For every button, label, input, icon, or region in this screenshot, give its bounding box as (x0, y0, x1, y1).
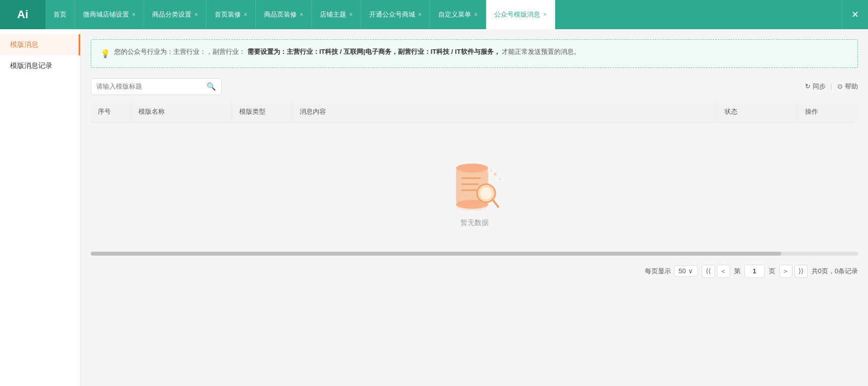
search-row: 🔍 ↻ 同步 | ⊙ 帮助 (91, 78, 858, 95)
tab-close-icon[interactable]: × (194, 11, 198, 18)
svg-point-10 (494, 173, 497, 176)
tab-close-icon[interactable]: × (349, 11, 353, 18)
close-all-tabs-button[interactable]: ✕ (842, 0, 868, 29)
sync-icon: ↻ (805, 83, 811, 90)
notice-prefix: 您的公众号行业为：主营行业：，副营行业： (114, 48, 245, 55)
page-size-select: 每页显示 50 ∨ (645, 265, 697, 277)
tab-close-icon[interactable]: × (418, 11, 422, 18)
notice-highlight: 需要设置为：主营行业：IT科技 / 互联网|电子商务，副营行业：IT科技 / I… (247, 48, 500, 55)
data-table: 序号模版名称模版类型消息内容状态操作 (91, 101, 858, 123)
empty-illustration (442, 153, 507, 218)
empty-text: 暂无数据 (460, 218, 489, 227)
nav-tab[interactable]: 店铺主题× (312, 0, 361, 29)
page-size-value: 50 (679, 267, 686, 275)
help-label: 帮助 (845, 82, 858, 91)
sync-label: 同步 (813, 82, 826, 91)
page-size-label: 每页显示 (645, 267, 671, 276)
divider: | (831, 83, 832, 90)
notice-icon: 💡 (100, 47, 110, 60)
main-content: 💡 您的公众号行业为：主营行业：，副营行业： 需要设置为：主营行业：IT科技 /… (81, 29, 868, 386)
sidebar-item[interactable]: 模版消息记录 (0, 55, 80, 76)
page-size-dropdown[interactable]: 50 ∨ (674, 265, 697, 277)
tab-close-icon[interactable]: × (300, 11, 303, 18)
prev-page-button[interactable]: ＜ (717, 265, 730, 278)
notice-suffix: 才能正常发送预置的消息。 (502, 48, 580, 55)
svg-point-11 (499, 178, 501, 180)
table-header-cell: 模版名称 (131, 101, 232, 123)
nav-tab[interactable]: 开通公众号商城× (361, 0, 430, 29)
app-logo: Ai (0, 0, 45, 29)
help-button[interactable]: ⊙ 帮助 (837, 82, 858, 91)
svg-line-9 (493, 200, 498, 207)
sync-button[interactable]: ↻ 同步 (805, 82, 826, 91)
tab-close-icon[interactable]: × (132, 11, 136, 18)
tab-close-icon[interactable]: × (474, 11, 478, 18)
nav-tab-list: 首页微商城店铺设置×商品分类设置×首页装修×商品页装修×店铺主题×开通公众号商城… (45, 0, 842, 29)
last-page-button[interactable]: ⟩⟩ (794, 265, 808, 278)
nav-tab[interactable]: 微商城店铺设置× (75, 0, 144, 29)
table-header-cell: 模版类型 (232, 101, 292, 123)
table-header-cell: 状态 (717, 101, 797, 123)
notice-banner: 💡 您的公众号行业为：主营行业：，副营行业： 需要设置为：主营行业：IT科技 /… (91, 39, 858, 68)
dropdown-icon: ∨ (688, 267, 693, 275)
table-header-cell: 序号 (91, 101, 131, 123)
svg-point-8 (480, 187, 492, 199)
top-navigation: Ai 首页微商城店铺设置×商品分类设置×首页装修×商品页装修×店铺主题×开通公众… (0, 0, 868, 29)
page-input[interactable] (745, 265, 765, 278)
svg-point-12 (490, 170, 492, 172)
help-icon: ⊙ (837, 83, 843, 90)
notice-text: 您的公众号行业为：主营行业：，副营行业： 需要设置为：主营行业：IT科技 / 互… (114, 47, 580, 57)
tab-close-icon[interactable]: × (543, 11, 547, 18)
nav-tab[interactable]: 首页 (45, 0, 75, 29)
svg-point-2 (456, 164, 488, 173)
search-input-wrap[interactable]: 🔍 (91, 78, 222, 95)
page-layout: 模版消息模版消息记录 💡 您的公众号行业为：主营行业：，副营行业： 需要设置为：… (0, 29, 868, 386)
tab-close-icon[interactable]: × (244, 11, 247, 18)
logo-text: Ai (17, 8, 28, 21)
next-page-button[interactable]: ＞ (779, 265, 792, 278)
nav-tab[interactable]: 自定义菜单× (430, 0, 486, 29)
empty-state: 暂无数据 (91, 123, 858, 248)
nav-tab[interactable]: 商品分类设置× (144, 0, 207, 29)
search-icon[interactable]: 🔍 (207, 82, 216, 91)
first-page-button[interactable]: ⟨⟨ (702, 265, 715, 278)
horizontal-scrollbar[interactable] (91, 252, 858, 256)
nav-tab[interactable]: 商品页装修× (256, 0, 312, 29)
nav-tab[interactable]: 公众号模版消息× (486, 0, 555, 29)
sidebar: 模版消息模版消息记录 (0, 29, 81, 386)
table-header-cell: 操作 (797, 101, 858, 123)
total-text: 共0页，0条记录 (812, 267, 858, 276)
toolbar-right: ↻ 同步 | ⊙ 帮助 (805, 82, 858, 91)
scroll-thumb[interactable] (91, 252, 781, 256)
page-label-after: 页 (769, 267, 775, 276)
sidebar-item[interactable]: 模版消息 (0, 34, 80, 55)
table-header-cell: 消息内容 (292, 101, 717, 123)
nav-tab[interactable]: 首页装修× (207, 0, 256, 29)
page-label-before: 第 (734, 267, 741, 276)
search-input[interactable] (96, 83, 207, 90)
pagination-row: 每页显示 50 ∨ ⟨⟨ ＜ 第 页 ＞ ⟩⟩ 共0页，0条记录 (91, 260, 858, 283)
page-navigation: ⟨⟨ ＜ 第 页 ＞ ⟩⟩ (702, 265, 808, 278)
